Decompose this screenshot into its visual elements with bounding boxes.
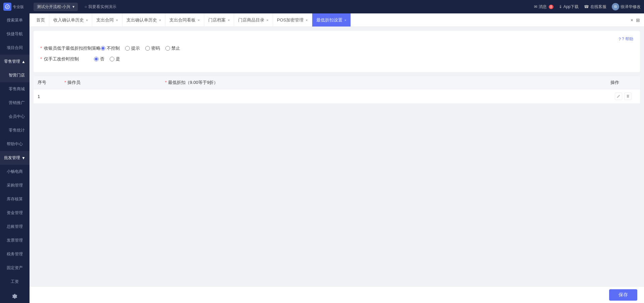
radio-forbid[interactable]: 禁止 [165, 45, 180, 51]
sidebar-item-assets[interactable]: 固定资产 [0, 261, 30, 275]
tab-store-files[interactable]: 门店档案 × [204, 13, 234, 27]
sidebar-item-help[interactable]: 帮助中心 [0, 137, 30, 151]
radio-no[interactable]: 否 [94, 56, 104, 62]
required-star: * [40, 46, 42, 51]
customer-service-button[interactable]: ☎ 在线客服 [584, 4, 606, 10]
radio-remind[interactable]: 提示 [125, 45, 140, 51]
col-header-operator: * 操作员 [60, 76, 161, 89]
tab-close-icon[interactable]: × [159, 18, 161, 22]
radio-yes[interactable]: 是 [110, 56, 120, 62]
sidebar-item-marketing[interactable]: 营销推广 [0, 96, 30, 110]
tab-store-products[interactable]: 门店商品目录 × [234, 13, 273, 27]
sidebar-item-inventory[interactable]: 库存核算 [0, 192, 30, 206]
sidebar-item-label: 库存核算 [7, 196, 23, 202]
edit-icon[interactable] [615, 93, 622, 100]
radio-label: 不控制 [107, 45, 120, 51]
tab-close-icon[interactable]: × [228, 18, 230, 22]
sidebar-item-search[interactable]: 搜索菜单 [0, 13, 30, 27]
tab-min-discount[interactable]: 最低折扣设置 × [312, 13, 351, 27]
user-menu-button[interactable]: 徐 徐泽华修改 [612, 3, 641, 10]
service-icon: ☎ [584, 4, 589, 9]
tab-label: 首页 [36, 17, 45, 23]
radio-label: 禁止 [171, 45, 180, 51]
sidebar-item-online-shop[interactable]: 零售商城 [0, 82, 30, 96]
tab-pos-manage[interactable]: POS加密管理 × [273, 13, 312, 27]
col-header-discount: * 最低折扣（9.00等于9折） [161, 76, 606, 89]
app-download-button[interactable]: ⇓ App下载 [559, 4, 579, 10]
tab-expand-button[interactable]: ⊞ [636, 17, 640, 23]
label-text: 收银员低于最低折扣控制策略 [44, 46, 101, 51]
sidebar-bottom [0, 290, 30, 303]
tab-payment-confirm[interactable]: 支出确认单历史 × [122, 13, 165, 27]
sidebar-item-member[interactable]: 会员中心 [0, 110, 30, 123]
sidebar-item-label: 搜索菜单 [7, 17, 23, 23]
tab-close-icon[interactable]: × [198, 18, 200, 22]
sidebar-item-wholesale[interactable]: 批发管理 ▼ [0, 151, 30, 165]
tab-bar: 首页 收入确认单历史 × 支出合同 × 支出确认单历史 × 支出合同看板 × 门… [30, 13, 644, 27]
sidebar-item-contract[interactable]: 项目合同 [0, 41, 30, 55]
delete-icon[interactable] [624, 93, 632, 100]
tab-label: POS加密管理 [277, 17, 304, 23]
sidebar-item-invoice[interactable]: 发票管理 [0, 234, 30, 247]
sidebar-item-retail-stat[interactable]: 零售统计 [0, 123, 30, 137]
tab-label: 支出合同看板 [169, 17, 196, 23]
help-link[interactable]: ? ? 帮助 [619, 36, 633, 42]
sidebar-item-salary[interactable]: 工资 [0, 275, 30, 289]
logo-area: 专业版 [3, 3, 30, 11]
tab-close-icon[interactable]: × [116, 18, 118, 22]
sidebar-item-label: 小畅电商 [7, 169, 23, 174]
sidebar-item-ecommerce[interactable]: 小畅电商 [0, 165, 30, 179]
expand-icon: ▼ [21, 156, 25, 160]
tab-payment-contract[interactable]: 支出合同 × [92, 13, 122, 27]
settings-gear-button[interactable] [0, 290, 30, 303]
sidebar-item-purchase[interactable]: 采购管理 [0, 179, 30, 192]
help-icon: ? [619, 37, 621, 42]
customer-service-label: 在线客服 [590, 4, 606, 10]
manual-price-options: 否 是 [94, 56, 120, 62]
sidebar-item-finance[interactable]: 资金管理 [0, 206, 30, 220]
tab-close-icon[interactable]: × [266, 18, 268, 22]
manual-price-label: * 仅手工改价时控制 [40, 56, 94, 62]
radio-password[interactable]: 密码 [145, 45, 160, 51]
col-header-seq: 序号 [34, 76, 60, 89]
page-content: ? ? 帮助 * 收银员低于最低折扣控制策略 不控制 [30, 27, 644, 286]
tab-close-icon[interactable]: × [306, 18, 308, 22]
top-header: 专业版 测试分开流程-小兴 ▾ ○ 我要看实例演示 ✉ 消息 8 ⇓ App下载… [0, 0, 644, 13]
required-star: * [40, 56, 42, 61]
sidebar-item-accounting[interactable]: 总账管理 [0, 220, 30, 234]
demo-link[interactable]: ○ 我要看实例演示 [85, 4, 116, 10]
tab-label: 收入确认单历史 [53, 17, 84, 23]
bottom-bar: 保存 [30, 286, 644, 303]
sidebar-item-label: 工资 [11, 279, 19, 285]
user-name: 徐泽华修改 [621, 4, 641, 10]
app-download-label: App下载 [564, 4, 579, 10]
tab-close-icon[interactable]: × [344, 18, 346, 22]
dropdown-arrow-icon: ▾ [72, 4, 74, 9]
messages-button[interactable]: ✉ 消息 8 [534, 4, 553, 10]
radio-label: 否 [100, 56, 104, 62]
avatar: 徐 [612, 3, 619, 10]
table-cell-operator [60, 89, 161, 104]
tab-income-confirm[interactable]: 收入确认单历史 × [49, 13, 92, 27]
radio-no-control[interactable]: 不控制 [101, 45, 120, 51]
tab-home[interactable]: 首页 [32, 13, 49, 27]
project-selector[interactable]: 测试分开流程-小兴 ▾ [34, 3, 78, 11]
sidebar-item-label: 快捷导航 [7, 31, 23, 37]
sidebar-item-label: 零售商城 [9, 86, 25, 92]
help-label: ? 帮助 [622, 36, 633, 42]
save-button[interactable]: 保存 [609, 289, 637, 301]
sidebar-item-label: 税务管理 [7, 251, 23, 257]
project-name: 测试分开流程-小兴 [37, 4, 70, 10]
sidebar-item-retail[interactable]: 零售管理 ▲ [0, 55, 30, 68]
sidebar-item-smart-store[interactable]: 智营门店 [0, 68, 30, 82]
tab-payment-board[interactable]: 支出合同看板 × [165, 13, 204, 27]
tab-close-all-button[interactable]: × [631, 17, 633, 23]
manual-price-row: * 仅手工改价时控制 否 是 [40, 56, 633, 62]
sidebar-item-quicknav[interactable]: 快捷导航 [0, 27, 30, 41]
demo-link-label: 我要看实例演示 [88, 4, 116, 10]
sidebar-item-label: 零售统计 [9, 128, 25, 133]
table-cell-discount [161, 89, 606, 104]
sidebar-item-label: 会员中心 [9, 114, 25, 119]
tab-close-icon[interactable]: × [86, 18, 88, 22]
sidebar-item-tax[interactable]: 税务管理 [0, 247, 30, 261]
